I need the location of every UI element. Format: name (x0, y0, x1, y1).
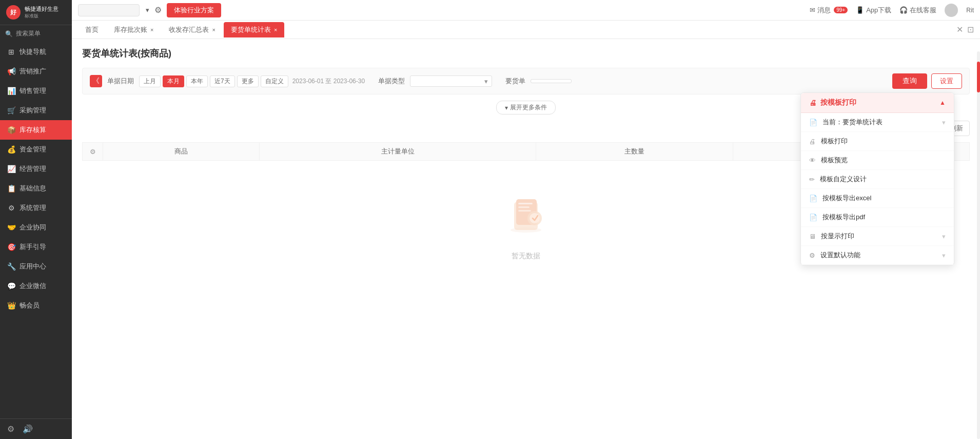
topbar-gear-icon[interactable]: ⚙ (154, 5, 162, 15)
filter-expand-button[interactable]: 《 (90, 75, 102, 87)
table-header-settings[interactable]: ⚙ (83, 143, 103, 161)
date-btn-custom[interactable]: 自定义 (261, 75, 288, 87)
tab-collection-label: 收发存汇总表 (169, 25, 209, 34)
empty-text: 暂无数据 (512, 252, 540, 261)
tab-order-stats-close[interactable]: × (274, 27, 277, 33)
page-content: 要货单统计表(按商品) 《 单据日期 上月 本月 本年 近7天 更多 自定义 2… (72, 39, 980, 439)
table-header-unit: 主计量单位 (260, 143, 536, 161)
dropdown-current-item[interactable]: 📄 当前：要货单统计表 ▾ (801, 113, 954, 132)
message-icon: ✉ (810, 6, 815, 14)
tab-home[interactable]: 首页 (78, 22, 106, 37)
date-btn-more[interactable]: 更多 (237, 75, 259, 87)
sales-icon: 📊 (7, 87, 15, 95)
tab-collection-close[interactable]: × (212, 27, 215, 33)
app-badge: 标准版 (25, 13, 58, 20)
sidebar-nav: ⊞ 快捷导航 📢 营销推广 📊 销售管理 🛒 采购管理 📦 库存核算 💰 资金管… (0, 42, 72, 418)
sidebar-item-member[interactable]: 👑 畅会员 (0, 296, 72, 315)
messages-item[interactable]: ✉ 消息 99+ (810, 6, 848, 15)
sidebar-item-finance[interactable]: 💰 资金管理 (0, 140, 72, 159)
more-filter-value (531, 79, 572, 83)
date-btn-last-month[interactable]: 上月 (139, 75, 161, 87)
dropdown-item-export-pdf[interactable]: 📄 按模板导出pdf (801, 208, 954, 227)
sidebar-item-label: 企业协同 (19, 223, 46, 232)
date-btn-this-year[interactable]: 本年 (186, 75, 208, 87)
dropdown-item-template-print[interactable]: 🖨 模板打印 (801, 132, 954, 151)
dropdown-header-left: 🖨 按模板打印 (809, 98, 856, 107)
sidebar-item-sales[interactable]: 📊 销售管理 (0, 81, 72, 101)
sidebar-item-operations[interactable]: 📈 经营管理 (0, 159, 72, 179)
sidebar-item-label: 快捷导航 (19, 47, 46, 56)
sidebar: 好 畅捷通好生意 标准版 🔍 搜索菜单 ⊞ 快捷导航 📢 营销推广 📊 销售管理… (0, 0, 72, 439)
shortcut-icon: ⊞ (7, 48, 15, 56)
template-design-icon: ✏ (809, 176, 815, 183)
logo-text-container: 畅捷通好生意 标准版 (25, 5, 58, 19)
speaker-bottom-icon[interactable]: 🔊 (23, 424, 33, 434)
query-button[interactable]: 查询 (892, 73, 927, 89)
sidebar-item-label: 应用中心 (19, 262, 46, 271)
app-name: 畅捷通好生意 (25, 5, 58, 12)
sidebar-item-marketing[interactable]: 📢 营销推广 (0, 62, 72, 81)
dropdown-display-print[interactable]: 🖥 按显示打印 ▾ (801, 227, 954, 246)
search-icon: 🔍 (5, 30, 13, 37)
settings-button[interactable]: 设置 (931, 73, 962, 89)
sidebar-item-apps[interactable]: 🔧 应用中心 (0, 257, 72, 276)
tab-expand-icon[interactable]: ⊡ (967, 25, 974, 34)
expand-more-button[interactable]: ▾ 展开更多条件 (496, 101, 556, 114)
export-excel-label: 按模板导出excel (822, 194, 871, 203)
current-item-icon: 📄 (809, 119, 817, 126)
dropdown-item-template-preview[interactable]: 👁 模板预览 (801, 151, 954, 170)
current-item-arrow-icon: ▾ (942, 119, 946, 126)
wechat-icon: 💬 (7, 282, 15, 290)
trial-button[interactable]: 体验行业方案 (167, 3, 221, 17)
sidebar-item-basic[interactable]: 📋 基础信息 (0, 179, 72, 198)
sidebar-item-shortcut[interactable]: ⊞ 快捷导航 (0, 42, 72, 62)
dropdown-item-template-design[interactable]: ✏ 模板自定义设计 (801, 170, 954, 189)
tab-batch[interactable]: 库存批次账 × (107, 22, 161, 37)
dropdown-item-export-excel[interactable]: 📄 按模板导出excel (801, 189, 954, 208)
sidebar-item-label: 采购管理 (19, 106, 46, 115)
svg-rect-4 (518, 206, 530, 208)
phone-icon: 📱 (856, 6, 864, 14)
sidebar-item-wechat[interactable]: 💬 企业微信 (0, 276, 72, 296)
date-btn-7days[interactable]: 近7天 (210, 75, 235, 87)
tab-collection[interactable]: 收发存汇总表 × (162, 22, 222, 37)
app-download-label: App下载 (866, 6, 891, 15)
app-download-item[interactable]: 📱 App下载 (856, 6, 891, 15)
sidebar-search[interactable]: 🔍 搜索菜单 (0, 25, 72, 42)
sidebar-item-enterprise[interactable]: 🤝 企业协同 (0, 218, 72, 237)
more-filter-label: 要货单 (505, 77, 525, 86)
topbar-right: ✉ 消息 99+ 📱 App下载 🎧 在线客服 Rit (810, 4, 974, 17)
template-preview-icon: 👁 (809, 157, 816, 164)
type-select[interactable] (410, 75, 492, 87)
online-service-item[interactable]: 🎧 在线客服 (899, 6, 936, 15)
tab-close-window-icon[interactable]: ✕ (956, 25, 963, 34)
type-select-wrapper: ▾ (410, 75, 492, 87)
expand-more-label: 展开更多条件 (510, 103, 547, 112)
sidebar-item-newbie[interactable]: 🎯 新手引导 (0, 237, 72, 257)
date-buttons-group: 上月 本月 本年 近7天 更多 自定义 2023-06-01 至 2023-06… (139, 75, 365, 87)
tab-batch-close[interactable]: × (150, 27, 153, 33)
dropdown-collapse-icon[interactable]: ▲ (939, 99, 946, 106)
table-gear-icon[interactable]: ⚙ (90, 148, 96, 156)
sidebar-item-purchase[interactable]: 🛒 采购管理 (0, 101, 72, 120)
settings-bottom-icon[interactable]: ⚙ (7, 424, 14, 434)
user-avatar[interactable] (945, 4, 958, 17)
topbar-search-input[interactable] (78, 4, 140, 16)
marketing-icon: 📢 (7, 67, 15, 75)
sidebar-item-system[interactable]: ⚙ 系统管理 (0, 198, 72, 218)
sidebar-item-label: 系统管理 (19, 203, 46, 213)
template-design-label: 模板自定义设计 (820, 175, 867, 184)
date-btn-this-month[interactable]: 本月 (163, 75, 184, 87)
right-scrollbar[interactable] (977, 51, 980, 439)
dropdown-set-default[interactable]: ⚙ 设置默认功能 ▾ (801, 246, 954, 265)
export-pdf-label: 按模板导出pdf (822, 213, 865, 222)
sidebar-item-label: 营销推广 (19, 67, 46, 76)
set-default-icon: ⚙ (809, 252, 815, 259)
dropdown-current-label: 当前：要货单统计表 (822, 118, 883, 127)
sidebar-item-inventory[interactable]: 📦 库存核算 (0, 120, 72, 140)
inventory-icon: 📦 (7, 126, 15, 134)
tab-order-stats[interactable]: 要货单统计表 × (224, 22, 284, 37)
apps-icon: 🔧 (7, 262, 15, 271)
empty-illustration (503, 192, 549, 245)
topbar-dropdown-arrow[interactable]: ▾ (146, 6, 149, 14)
